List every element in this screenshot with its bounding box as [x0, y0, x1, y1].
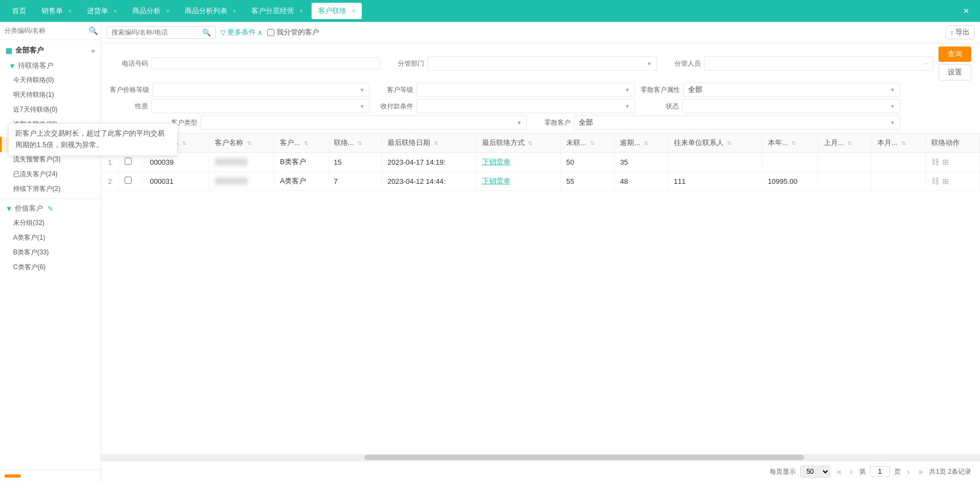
export-button[interactable]: ↑ 导出 — [946, 25, 975, 39]
collapse-icon[interactable]: » — [91, 47, 95, 55]
nav-purchase[interactable]: 进货单 × — [80, 3, 124, 19]
nav-customer-tier[interactable]: 客户分层经营 × — [245, 3, 309, 19]
row2-grid-icon[interactable]: ⊞ — [942, 177, 949, 185]
sidebar-item-classC[interactable]: C类客户(6) — [0, 260, 101, 275]
row2-name-value — [215, 177, 248, 185]
th-last-method[interactable]: 最后联络方式 ⇅ — [476, 133, 560, 153]
sidebar-all-customers[interactable]: ▦ 全部客户 » — [0, 42, 101, 59]
th-this-year[interactable]: 本年... ⇅ — [762, 133, 818, 153]
th-last-date[interactable]: 最后联络日期 ⇅ — [382, 133, 476, 153]
filter-status: 状态 ▼ — [641, 99, 900, 113]
th-overdue[interactable]: 逾期... ⇅ — [614, 133, 668, 153]
row1-grid-icon[interactable]: ⊞ — [942, 158, 949, 166]
th-name[interactable]: 客户名称 ⇅ — [209, 133, 274, 153]
nav-customer-contact[interactable]: 客户联络 × — [312, 3, 362, 19]
sort-icon-tmonth: ⇅ — [901, 140, 906, 146]
nav-tier-close[interactable]: × — [300, 8, 303, 14]
status-select[interactable]: ▼ — [682, 99, 900, 113]
my-customers-checkbox[interactable] — [267, 29, 274, 36]
filter-row-2: 客户价格等级 ▼ 客户等级 ▼ 零散客户属性 全部▼ — [110, 83, 971, 97]
nav-home[interactable]: 首页 — [5, 3, 33, 19]
row2-checkbox[interactable] — [119, 172, 144, 191]
filter-search-icon[interactable]: 🔍 — [202, 28, 211, 37]
sidebar-item-classA[interactable]: A类客户(1) — [0, 230, 101, 245]
row2-method-link[interactable]: 下销货单 — [482, 177, 510, 185]
last-page-button[interactable]: » — [917, 467, 925, 476]
sidebar-item-lost[interactable]: 已流失客户(24) — [0, 167, 101, 182]
prev-page-button[interactable]: ‹ — [848, 467, 855, 476]
page-prefix: 第 — [859, 467, 866, 477]
dept-select[interactable]: ▼ — [427, 56, 656, 71]
sidebar-pending-section: ▼ 待联络客户 — [0, 59, 101, 73]
nav-sales[interactable]: 销售单 × — [35, 3, 78, 19]
gender-label: 性质 — [110, 102, 148, 111]
sidebar-item-declining[interactable]: 持续下滑客户(2) — [0, 182, 101, 196]
th-contact-person[interactable]: 往来单位联系人 ⇅ — [668, 133, 762, 153]
row1-last-method[interactable]: 下销货单 — [476, 153, 560, 172]
top-navigation: 首页 销售单 × 进货单 × 商品分析 × 商品分析列表 × 客户分层经营 × … — [0, 0, 980, 22]
next-page-button[interactable]: › — [905, 467, 912, 476]
row2-code: 000031 — [144, 172, 209, 191]
row1-method-link[interactable]: 下销货单 — [482, 158, 510, 166]
table-scroll[interactable]: ⚙ 客户编码 ⇅ 客户名称 ⇅ — [101, 133, 980, 454]
gender-select[interactable]: ▼ — [151, 99, 369, 113]
page-number-input[interactable] — [870, 466, 890, 477]
total-records: 共1页 2条记录 — [929, 467, 971, 477]
row2-last-method[interactable]: 下销货单 — [476, 172, 560, 191]
more-conditions-button[interactable]: ▽ 更多条件 ∧ — [220, 27, 263, 37]
sidebar-item-tomorrow[interactable]: 明天待联络(1) — [0, 88, 101, 102]
value-edit-icon[interactable]: ✎ — [48, 205, 54, 213]
row2-type: A类客户 — [274, 172, 328, 191]
th-uncontact[interactable]: 未联... ⇅ — [561, 133, 614, 153]
phone-input[interactable] — [151, 57, 380, 69]
staff-select[interactable]: ··· — [704, 56, 933, 71]
first-page-button[interactable]: « — [835, 467, 843, 476]
query-button[interactable]: 查询 — [938, 47, 971, 62]
filter-search-input[interactable] — [112, 28, 202, 36]
nav-sales-close[interactable]: × — [68, 8, 72, 14]
sidebar-search-area: 🔍 — [0, 22, 101, 40]
row2-link-icon[interactable]: ⛓ — [931, 177, 939, 185]
customer-type-select[interactable]: ▼ — [201, 115, 527, 130]
payment-select[interactable]: ▼ — [416, 99, 635, 113]
sidebar-item-today[interactable]: 今天待联络(0) — [0, 73, 101, 88]
horizontal-scrollbar[interactable] — [101, 454, 980, 461]
sidebar-item-ungroup[interactable]: 未分组(32) — [0, 216, 101, 230]
th-this-month[interactable]: 本月... ⇅ — [872, 133, 925, 153]
th-type[interactable]: 客户... ⇅ — [274, 133, 328, 153]
sidebar-search-input[interactable] — [4, 27, 86, 34]
th-last-month[interactable]: 上月... ⇅ — [818, 133, 871, 153]
nav-purchase-close[interactable]: × — [114, 8, 117, 14]
filter-staff: 分管人员 ··· — [662, 56, 933, 71]
retail-attr-select[interactable]: 全部▼ — [683, 83, 900, 97]
row1-select[interactable] — [125, 158, 132, 165]
nav-contact-close[interactable]: × — [352, 8, 355, 14]
sidebar-item-classB[interactable]: B类客户(33) — [0, 245, 101, 260]
row2-overdue: 48 — [614, 172, 668, 191]
sidebar-item-7days[interactable]: 近7天待联络(0) — [0, 102, 101, 117]
customer-level-select[interactable]: ▼ — [416, 83, 635, 97]
sort-icon-contact: ⇅ — [357, 140, 362, 146]
settings-button[interactable]: 设置 — [938, 64, 971, 80]
nav-goods-analysis[interactable]: 商品分析 × — [126, 3, 176, 19]
filter-customer-type: 客户类型 ▼ — [159, 115, 527, 130]
th-contact-count[interactable]: 联络... ⇅ — [328, 133, 382, 153]
nav-goods-analysis-list[interactable]: 商品分析列表 × — [178, 3, 243, 19]
sidebar-search-icon[interactable]: 🔍 — [89, 26, 98, 35]
nav-goods-list-close[interactable]: × — [233, 8, 236, 14]
row1-contact-person — [668, 153, 762, 172]
retail-customer-select[interactable]: 全部▼ — [574, 115, 900, 130]
per-page-select[interactable]: 50 100 200 — [800, 466, 830, 478]
hscroll-thumb[interactable] — [365, 455, 804, 460]
row2-select[interactable] — [125, 177, 132, 184]
row2-contact-count: 7 — [328, 172, 382, 191]
price-level-select[interactable]: ▼ — [152, 83, 369, 97]
row1-link-icon[interactable]: ⛓ — [931, 158, 939, 166]
value-arrow-icon: ▼ — [5, 205, 13, 213]
nav-goods-analysis-close[interactable]: × — [166, 8, 169, 14]
page-suffix: 页 — [894, 467, 901, 477]
advanced-filter-panel: 电话号码 分管部门 ▼ 分管人员 ··· 查询 设置 — [101, 43, 980, 133]
window-close-button[interactable]: × — [958, 5, 975, 17]
sort-icon-method: ⇅ — [528, 140, 532, 146]
status-label: 状态 — [641, 102, 679, 111]
